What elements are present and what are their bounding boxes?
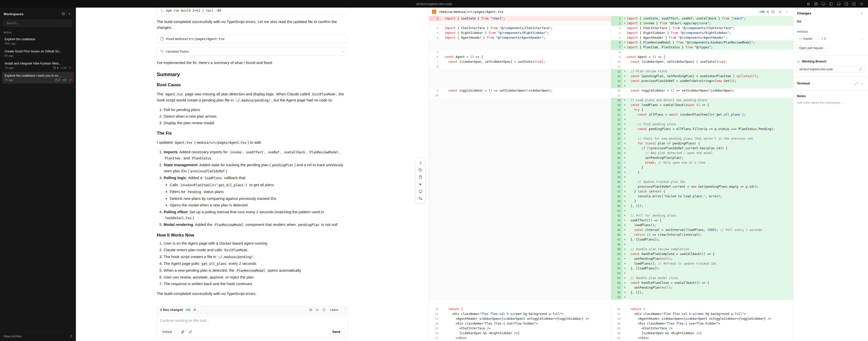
- additions-badge: +134: [60, 66, 67, 69]
- code-text: const [pendingPlan, setPendingPlan] = us…: [627, 74, 793, 79]
- diff-content[interactable]: 1-import { useState } from "react";1+imp…: [429, 16, 793, 341]
- visibility-icon[interactable]: [308, 307, 314, 313]
- additions-count: +61: [185, 308, 191, 312]
- search-input[interactable]: [4, 20, 72, 27]
- line-number: 14: [611, 79, 623, 84]
- settings-icon[interactable]: [858, 1, 864, 7]
- diff-sign: [441, 141, 445, 146]
- working-branch-header: Working Branch: [797, 60, 864, 63]
- deletions-badge: -3: [69, 79, 71, 82]
- code-text: [445, 184, 611, 189]
- attach-icon[interactable]: [180, 329, 186, 335]
- code-text: [445, 204, 611, 209]
- diff-list-icon[interactable]: [315, 307, 320, 313]
- archive-icon[interactable]: [60, 11, 66, 17]
- line-number: 56: [611, 281, 623, 285]
- diff-line: 17: [611, 93, 793, 98]
- new-terminal-icon[interactable]: [859, 81, 864, 86]
- code-text: // New plan detected — open the modal: [627, 151, 793, 156]
- diff-sign: [623, 55, 627, 59]
- panel-bottom-icon[interactable]: [836, 1, 842, 7]
- text-run: ) to add:: [248, 140, 262, 145]
- panel-right-icon[interactable]: [843, 1, 849, 7]
- file-type-icon: [432, 10, 436, 14]
- inline-code: pendingPlan: [297, 223, 320, 227]
- git-compare-icon[interactable]: [417, 195, 424, 202]
- diff-sign: [623, 307, 627, 312]
- code-text: [627, 64, 793, 69]
- view-archive-link[interactable]: View Archive: [4, 335, 22, 338]
- refresh-icon[interactable]: [321, 307, 327, 313]
- inline-code: PlanItem: [164, 156, 181, 160]
- workspace-item[interactable]: Create Good First Issues on Github So...…: [2, 48, 74, 59]
- chat-scroll-area[interactable]: npm run build 2>&1 | tail -80The build c…: [76, 8, 429, 306]
- maximize-terminal-icon[interactable]: [854, 81, 859, 86]
- line-number: [429, 103, 441, 107]
- inline-code: ExitPlanMode: [311, 92, 336, 96]
- code-text: setPendingPlan(plan);: [627, 156, 793, 160]
- diff-sign: +: [623, 232, 627, 237]
- diff-sign: [441, 256, 445, 261]
- workspace-item[interactable]: Install and integrate Vibe Kanban Web...…: [2, 60, 74, 71]
- monitor-icon[interactable]: [820, 1, 827, 7]
- tool-call-row[interactable]: npm run build 2>&1 | tail -80: [157, 8, 348, 15]
- unfold-icon[interactable]: [417, 160, 424, 166]
- workspace-item[interactable]: Explore the codebase35m ago: [2, 35, 74, 47]
- clipboard-icon[interactable]: [417, 174, 424, 180]
- tool-call-row[interactable]: Updated Todos: [157, 47, 348, 56]
- diff-sign: +: [623, 266, 627, 271]
- open-pr-button[interactable]: Open pull request: [797, 45, 830, 51]
- diff-sign: [441, 218, 445, 223]
- diff-sign: +: [623, 199, 627, 204]
- line-number: 50: [611, 252, 623, 256]
- close-icon[interactable]: [777, 9, 783, 15]
- branch-dropdown[interactable]: master: [797, 36, 819, 42]
- history-icon[interactable]: [770, 9, 776, 15]
- line-number: [429, 146, 441, 151]
- text-run: to get all plans: [248, 183, 274, 187]
- diff-line: 20+ try {: [611, 107, 793, 112]
- latest-dropdown[interactable]: Latest: [328, 307, 345, 313]
- edit-icon[interactable]: [188, 329, 194, 335]
- play-icon[interactable]: [417, 181, 424, 187]
- line-number: 2: [611, 21, 623, 26]
- send-button[interactable]: Send: [328, 328, 345, 335]
- branch-more-icon[interactable]: [859, 36, 864, 41]
- chevron-down-icon[interactable]: [341, 50, 345, 53]
- new-workspace-icon[interactable]: [67, 11, 72, 17]
- split-columns-icon[interactable]: [851, 1, 857, 7]
- workspace-item[interactable]: Explore the codebase I want you to ex...…: [2, 72, 74, 84]
- diff-line: 49+ // Handle plan review completion: [611, 247, 793, 252]
- file-path: /medusa/medusa/src/pages/Agent.tsx: [439, 10, 503, 14]
- more-icon[interactable]: [784, 9, 790, 15]
- layout-grid-icon[interactable]: [813, 1, 819, 7]
- deletions-badge: -2: [69, 66, 71, 69]
- panel-left-icon[interactable]: [828, 1, 834, 7]
- code-text: [445, 50, 611, 55]
- code-text: }, [loadPlans]);: [627, 237, 793, 242]
- code-text: <div className="flex flex-1 overflow-hid…: [627, 321, 793, 326]
- line-number: 4: [611, 31, 623, 35]
- sidebar-header: Workspaces: [0, 11, 76, 17]
- tool-call-row[interactable]: Read medusa/src/pages/Agent.tsx: [157, 34, 348, 43]
- notes-placeholder[interactable]: Add notes about this workspace...: [797, 101, 864, 104]
- message-input[interactable]: [160, 318, 345, 328]
- code-text: // Plan review state: [627, 69, 793, 74]
- diff-line: 26+ // Check for new pending plans that …: [611, 136, 793, 141]
- diff-row: 14 <div className="flex flex-1 overflow-…: [429, 321, 793, 326]
- line-number: 7: [611, 45, 623, 50]
- diff-row: 811: [429, 64, 793, 69]
- preview-icon[interactable]: [417, 188, 424, 194]
- copy-icon[interactable]: [417, 167, 424, 173]
- code-text: const handlePlanClose = useCallback(() =…: [627, 281, 793, 285]
- diff-sign: [441, 112, 445, 117]
- diff-line: 36+ previousPlanIdsRef.current = new Set…: [611, 184, 793, 189]
- pause-icon[interactable]: [805, 1, 811, 7]
- line-number: 61: [611, 307, 623, 312]
- window-title: vk/3ccf-explore-the-code: [416, 2, 452, 6]
- collapse-panel-icon[interactable]: [859, 11, 864, 16]
- code-text: [445, 237, 611, 242]
- working-branch-field[interactable]: vk/3ccf-explore-the-code: [797, 66, 864, 72]
- diff-sign: +: [623, 136, 627, 141]
- mode-dropdown[interactable]: Default: [160, 329, 178, 335]
